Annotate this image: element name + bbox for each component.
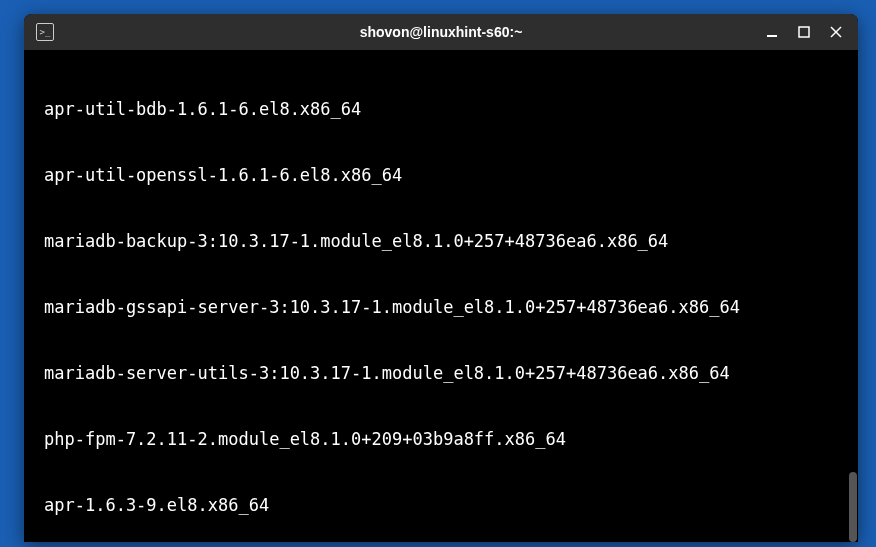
close-icon (830, 26, 842, 38)
output-line: mariadb-gssapi-server-3:10.3.17-1.module… (26, 296, 856, 318)
output-line: php-fpm-7.2.11-2.module_el8.1.0+209+03b9… (26, 428, 856, 450)
titlebar: >_ shovon@linuxhint-s60:~ (24, 14, 858, 50)
close-button[interactable] (828, 24, 844, 40)
output-line: mariadb-backup-3:10.3.17-1.module_el8.1.… (26, 230, 856, 252)
terminal-window: >_ shovon@linuxhint-s60:~ apr-util-bdb-1… (24, 14, 858, 542)
svg-rect-0 (767, 35, 777, 37)
output-line: mariadb-server-utils-3:10.3.17-1.module_… (26, 362, 856, 384)
terminal-body[interactable]: apr-util-bdb-1.6.1-6.el8.x86_64 apr-util… (24, 50, 858, 542)
scrollbar[interactable] (848, 50, 858, 542)
output-line: apr-util-openssl-1.6.1-6.el8.x86_64 (26, 164, 856, 186)
svg-rect-1 (799, 27, 809, 37)
output-line: apr-1.6.3-9.el8.x86_64 (26, 494, 856, 516)
maximize-icon (798, 26, 810, 38)
output-line: apr-util-bdb-1.6.1-6.el8.x86_64 (26, 98, 856, 120)
scrollbar-thumb[interactable] (849, 472, 857, 542)
titlebar-left: >_ (32, 23, 54, 41)
window-title: shovon@linuxhint-s60:~ (360, 24, 523, 40)
minimize-icon (766, 26, 778, 38)
minimize-button[interactable] (764, 24, 780, 40)
maximize-button[interactable] (796, 24, 812, 40)
window-controls (764, 24, 850, 40)
terminal-app-icon: >_ (36, 23, 54, 41)
